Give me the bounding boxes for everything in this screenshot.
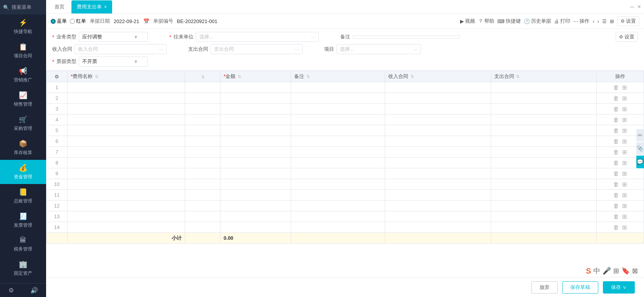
save-button[interactable]: 保存 ∨ (603, 281, 635, 294)
row-copy-2[interactable]: ⊞ (622, 95, 627, 102)
row-note-2[interactable] (291, 93, 385, 104)
row-income-4[interactable] (385, 114, 491, 125)
tab-close-icon[interactable]: × (104, 4, 107, 10)
row-name-8[interactable] (68, 158, 185, 168)
row-delete-4[interactable]: 🗑 (613, 116, 619, 123)
income-dots[interactable]: ··· (159, 46, 163, 52)
row-spend-12[interactable] (491, 201, 597, 211)
bookmark-icon[interactable]: 🔖 (621, 267, 630, 275)
row-delete-6[interactable]: 🗑 (613, 138, 619, 144)
row-income-9[interactable] (385, 168, 491, 179)
row-note-14[interactable] (291, 222, 385, 233)
row-income-13[interactable] (385, 211, 491, 222)
th-note[interactable]: 备注 ⇅ (291, 71, 385, 82)
row-income-11[interactable] (385, 190, 491, 201)
sidebar-item-marketing[interactable]: 📢营销推广 (0, 63, 46, 87)
row-spend-14[interactable] (491, 222, 597, 233)
biz-type-select[interactable]: 应付调整 ▼ (79, 32, 148, 42)
sidebar-search[interactable]: 🔍 搜索菜单 (0, 0, 46, 15)
row-delete-9[interactable]: 🗑 (613, 170, 619, 177)
row-income-7[interactable] (385, 147, 491, 158)
row-name-7[interactable] (68, 147, 185, 158)
row-delete-10[interactable]: 🗑 (613, 181, 619, 187)
row-spend-7[interactable] (491, 147, 597, 158)
grid-view-btn[interactable]: ⊞ (610, 18, 614, 24)
row-spend-10[interactable] (491, 179, 597, 190)
partner-dots[interactable]: ··· (311, 34, 315, 40)
row-amount-2[interactable] (220, 93, 291, 104)
save-draft-button[interactable]: 保存草稿 (562, 281, 598, 294)
row-note-7[interactable] (291, 147, 385, 158)
row-note-11[interactable] (291, 190, 385, 201)
row-spend-2[interactable] (491, 93, 597, 104)
row-amount-12[interactable] (220, 201, 291, 211)
mic-icon[interactable]: 🎤 (603, 267, 611, 275)
row-spend-4[interactable] (491, 114, 597, 125)
row-amount-1[interactable] (220, 82, 291, 93)
row-amount-10[interactable] (220, 179, 291, 190)
row-copy-7[interactable]: ⊞ (622, 149, 627, 156)
project-input[interactable]: 选择... ··· (336, 44, 421, 54)
row-note-6[interactable] (291, 136, 385, 147)
row-name-3[interactable] (68, 104, 185, 114)
row-spend-8[interactable] (491, 158, 597, 168)
row-name-2[interactable] (68, 93, 185, 104)
row-delete-5[interactable]: 🗑 (613, 127, 619, 134)
row-income-3[interactable] (385, 104, 491, 114)
right-edit-btn[interactable]: ✏ (636, 129, 644, 141)
row-spend-11[interactable] (491, 190, 597, 201)
right-chat-btn[interactable]: 💬 (636, 156, 644, 168)
row-amount-6[interactable] (220, 136, 291, 147)
row-delete-2[interactable]: 🗑 (613, 95, 619, 101)
row-income-5[interactable] (385, 125, 491, 136)
settings-button[interactable]: ⚙ 设置 (617, 16, 639, 26)
sidebar-item-quick-nav[interactable]: ⚡快捷导航 (0, 15, 46, 39)
row-copy-14[interactable]: ⊞ (622, 224, 627, 231)
window-minimize-icon[interactable]: ─ (630, 3, 634, 10)
sidebar-item-project-contract[interactable]: 📋项目合同 (0, 39, 46, 63)
sidebar-item-invoice[interactable]: 🧾发票管理 (0, 208, 46, 232)
row-name-6[interactable] (68, 136, 185, 147)
row-name-14[interactable] (68, 222, 185, 233)
row-amount-3[interactable] (220, 104, 291, 114)
discard-button[interactable]: 放弃 (531, 281, 558, 294)
settings-icon[interactable]: ⚙ (8, 287, 14, 294)
sidebar-item-purchase[interactable]: 🛒采购管理 (0, 111, 46, 136)
spend-dots[interactable]: ··· (295, 46, 299, 52)
row-income-10[interactable] (385, 179, 491, 190)
sidebar-item-accounting[interactable]: 📒总账管理 (0, 184, 46, 208)
row-spend-3[interactable] (491, 104, 597, 114)
sidebar-item-tax[interactable]: 🏛税务管理 (0, 232, 46, 256)
middle-icon[interactable]: 中 (593, 266, 600, 275)
next-btn[interactable]: › (598, 18, 599, 24)
row-copy-5[interactable]: ⊞ (622, 127, 627, 134)
row-copy-1[interactable]: ⊞ (622, 84, 627, 91)
row-income-2[interactable] (385, 93, 491, 104)
partner-input[interactable]: 选择... ··· (196, 32, 319, 42)
row-delete-1[interactable]: 🗑 (613, 84, 619, 91)
tab-expense[interactable]: 费用支出单 × (71, 0, 112, 13)
row-name-13[interactable] (68, 211, 185, 222)
row-note-4[interactable] (291, 114, 385, 125)
window-close-icon[interactable]: × (637, 3, 641, 10)
grid-icon[interactable]: ⊠ (632, 267, 638, 275)
th-name[interactable]: *费用名称 ⇅ (68, 71, 185, 82)
row-delete-13[interactable]: 🗑 (613, 213, 619, 220)
row-delete-7[interactable]: 🗑 (613, 149, 619, 155)
copy-icon[interactable]: ⊞ (613, 267, 619, 275)
row-delete-12[interactable]: 🗑 (613, 202, 619, 209)
invoice-type-select[interactable]: 不开票 ▼ (79, 56, 148, 66)
row-note-10[interactable] (291, 179, 385, 190)
row-copy-6[interactable]: ⊞ (622, 138, 627, 145)
row-copy-9[interactable]: ⊞ (622, 170, 627, 177)
row-name-1[interactable] (68, 82, 185, 93)
row-name-5[interactable] (68, 125, 185, 136)
row-delete-14[interactable]: 🗑 (613, 224, 619, 231)
row-spend-6[interactable] (491, 136, 597, 147)
row-spend-9[interactable] (491, 168, 597, 179)
row-name-9[interactable] (68, 168, 185, 179)
sidebar-item-payroll[interactable]: 💵工资 (0, 280, 46, 283)
row-amount-7[interactable] (220, 147, 291, 158)
row-amount-8[interactable] (220, 158, 291, 168)
row-amount-5[interactable] (220, 125, 291, 136)
